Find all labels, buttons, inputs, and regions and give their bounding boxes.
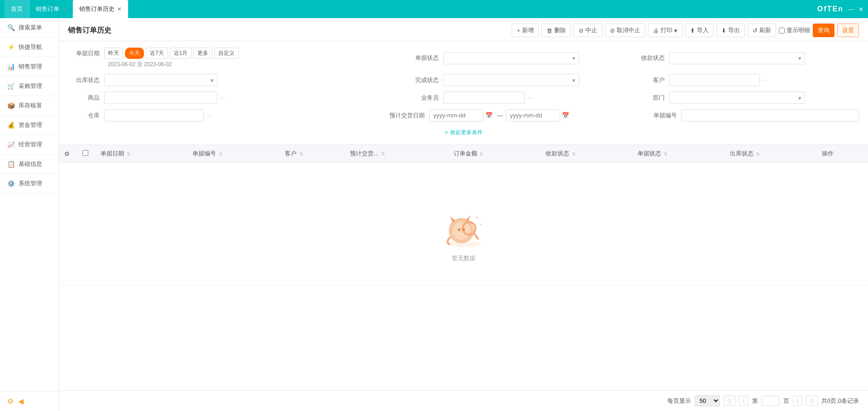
salesperson-more-icon[interactable]: ··· [525,94,535,101]
refresh-button[interactable]: ↺ 刷新 [748,24,776,37]
payment-status-select[interactable] [669,52,805,64]
payment-status-select-wrap [669,52,805,64]
delete-button[interactable]: 🗑 删除 [542,24,571,37]
product-more-icon[interactable]: ··· [217,94,228,101]
customer-input[interactable] [669,74,760,86]
next-page-button[interactable]: ⟩ [793,396,802,406]
product-input[interactable] [104,92,217,104]
dept-select[interactable] [669,92,805,104]
empty-text: 暂无数据 [64,254,863,262]
add-icon: + [517,27,520,34]
sidebar-item-search-menu[interactable]: 🔍 搜索菜单 [0,18,58,38]
th-payment-status[interactable]: 收款状态 ⇅ [540,145,632,163]
delivery-date-end-calendar-icon[interactable]: 📅 [562,112,569,119]
date-btn-7days[interactable]: 近7天 [146,48,168,59]
tab-sales-order-history-close[interactable]: ✕ [117,6,121,12]
date-btn-custom[interactable]: 自定义 [214,48,239,59]
settings-label: 设置 [842,26,854,34]
delete-icon: 🗑 [547,27,552,34]
th-date[interactable]: 单据日期 ⇅ [95,145,187,163]
th-delivery[interactable]: 预计交货... ⇅ [345,145,448,163]
warehouse-more-icon[interactable]: ··· [204,112,214,119]
tab-home[interactable]: 首页 [5,0,29,18]
date-btn-1month[interactable]: 近1月 [170,48,192,59]
first-page-button[interactable]: ⟨⟨ [724,396,735,406]
query-button[interactable]: 查询 [813,24,834,37]
settings-button[interactable]: 设置 [837,24,859,37]
sidebar-item-purchase-mgmt[interactable]: 🛒 采购管理 [0,77,58,96]
tab-home-label: 首页 [11,5,23,13]
delivery-date-start[interactable] [429,109,484,121]
sidebar-label-basic-info: 基础信息 [19,160,42,168]
salesperson-input[interactable] [443,92,525,104]
page-unit-label: 页 [783,397,789,405]
svg-point-6 [462,228,465,231]
product-label: 商品 [68,94,104,102]
toolbar: + 新增 🗑 删除 ⊘ 中止 ⊘ 取消中止 [512,24,859,37]
warehouse-input[interactable] [104,109,204,121]
th-out-status[interactable]: 出库状态 ⇅ [724,145,816,163]
add-button[interactable]: + 新增 [512,24,539,37]
page-size-select[interactable]: 50 20 100 [695,395,720,406]
th-doc-status[interactable]: 单据状态 ⇅ [632,145,724,163]
empty-row: ✦ ✦ 暂无数据 [59,163,868,285]
page-number-input[interactable]: 1 [762,396,780,406]
sidebar-item-sales-mgmt[interactable]: 📊 销售管理 [0,57,58,77]
stop-button[interactable]: ⊘ 中止 [574,24,602,37]
date-btn-today[interactable]: 今天 [125,48,144,59]
th-amount[interactable]: 订单金额 ⇅ [448,145,540,163]
select-all-checkbox[interactable] [82,150,88,156]
table-header-row: ⚙ 单据日期 ⇅ 单据编号 ⇅ 客户 ⇅ [59,145,868,163]
th-number-sort-icon: ⇅ [219,151,222,156]
complete-status-select[interactable] [443,74,579,86]
th-number[interactable]: 单据编号 ⇅ [187,145,279,163]
page-title: 销售订单历史 [68,26,111,35]
last-page-button[interactable]: ⟩⟩ [806,396,818,406]
date-btn-more[interactable]: 更多 [193,48,212,59]
th-customer[interactable]: 客户 ⇅ [279,145,345,163]
tab-sales-order-close[interactable]: ✕ [62,6,66,12]
date-btn-yesterday[interactable]: 昨天 [104,48,123,59]
customer-more-icon[interactable]: ··· [760,77,770,83]
sidebar-item-basic-info[interactable]: 📋 基础信息 [0,155,58,174]
sidebar-arrow-icon[interactable]: ◀ [18,397,24,406]
th-settings[interactable]: ⚙ [59,145,77,163]
doc-status-select[interactable] [443,52,579,64]
collapse-bar[interactable]: ∧ 收起更多条件 [68,127,859,138]
doc-number-input[interactable] [681,109,859,121]
display-columns-checkbox[interactable] [779,28,785,34]
doc-status-label: 单据状态 [407,54,443,62]
export-button[interactable]: ⬇ 导出 [716,24,745,37]
prev-page-button[interactable]: ⟨ [739,396,748,406]
sidebar-item-system[interactable]: ⚙️ 系统管理 [0,174,58,193]
add-label: 新增 [522,26,534,34]
th-check[interactable] [77,145,95,163]
delivery-date-end[interactable] [506,109,560,121]
date-range-separator: — [497,112,503,119]
svg-point-5 [458,228,460,231]
import-button[interactable]: ⬆ 导入 [685,24,714,37]
filter-row-1: 单据日期 昨天 今天 近7天 近1月 更多 自定义 2023-06-02 至 2… [68,48,859,68]
tab-bar: 首页 销售订单 ✕ 销售订单历史 ✕ [5,0,128,18]
system-icon: ⚙️ [7,180,15,187]
sidebar-item-business[interactable]: 📈 经营管理 [0,135,58,155]
sidebar-item-quick-nav[interactable]: ⚡ 快捷导航 [0,38,58,57]
delivery-date-label: 预计交货日期 [388,111,429,120]
tab-sales-order[interactable]: 销售订单 ✕ [29,0,73,18]
inventory-icon: 📦 [7,102,15,109]
window-minimize-icon[interactable]: — [848,6,854,13]
sidebar-item-inventory[interactable]: 📦 库存核算 [0,96,58,116]
window-close-icon[interactable]: ✕ [858,6,863,13]
sidebar-item-finance[interactable]: 💰 资金管理 [0,116,58,135]
complete-status-label: 完成状态 [407,76,443,84]
cancel-stop-button[interactable]: ⊘ 取消中止 [605,24,645,37]
date-range-buttons: 昨天 今天 近7天 近1月 更多 自定义 [104,48,239,59]
tab-sales-order-history[interactable]: 销售订单历史 ✕ [73,0,128,18]
export-label: 导出 [728,26,740,34]
display-columns-checkbox-wrap[interactable]: 显示明细 [779,26,810,34]
th-out-status-label: 出库状态 [730,150,753,157]
print-button[interactable]: 🖨 打印 ▾ [648,24,682,37]
sidebar-settings-icon[interactable]: ⚙ [7,397,14,406]
salesperson-label: 业务员 [407,94,443,102]
out-status-select[interactable] [104,74,217,86]
